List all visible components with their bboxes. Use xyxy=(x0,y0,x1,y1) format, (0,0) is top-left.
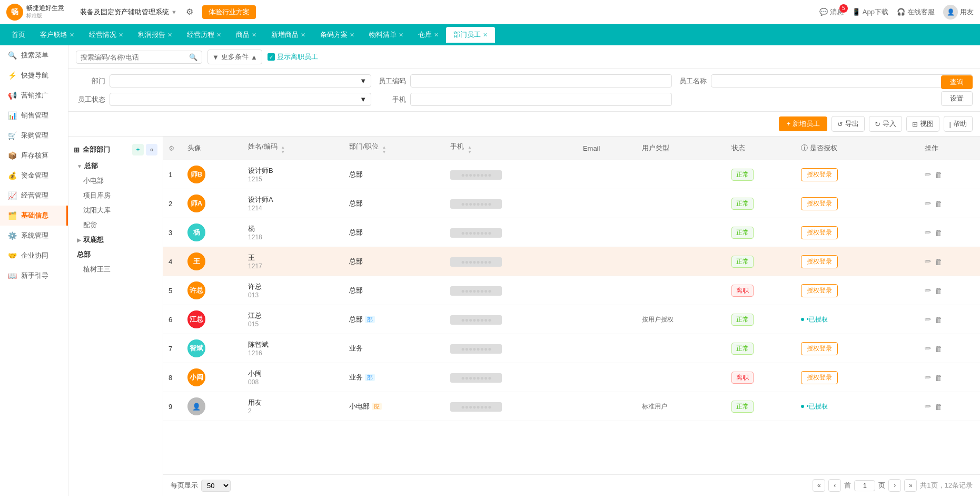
dept-tree-node[interactable]: 小电部 xyxy=(68,173,163,188)
nav-tab-close-icon[interactable]: ✕ xyxy=(216,32,221,38)
delete-icon[interactable]: 🗑 xyxy=(935,170,943,179)
page-size-select[interactable]: 50 100 xyxy=(201,480,231,492)
nav-tab-close-icon[interactable]: ✕ xyxy=(301,32,305,38)
delete-icon[interactable]: 🗑 xyxy=(935,402,943,411)
sidebar-item-企业协同[interactable]: 🤝企业协同 xyxy=(0,246,68,266)
name-sort-icon[interactable]: ▲ ▼ xyxy=(281,145,285,154)
emp-name-input[interactable] xyxy=(711,74,973,87)
search-icon[interactable]: 🔍 xyxy=(189,53,197,61)
app-download-button[interactable]: 📱 App下载 xyxy=(852,7,888,17)
nav-tab-close-icon[interactable]: ✕ xyxy=(434,32,439,38)
edit-icon[interactable]: ✏ xyxy=(925,170,932,179)
page-number-input[interactable] xyxy=(854,480,875,491)
delete-icon[interactable]: 🗑 xyxy=(935,315,943,324)
nav-tab[interactable]: 新增商品✕ xyxy=(264,27,313,43)
nav-tab-close-icon[interactable]: ✕ xyxy=(167,32,172,38)
th-dept-position[interactable]: 部门/职位 ▲ ▼ xyxy=(344,137,445,160)
nav-tab-close-icon[interactable]: ✕ xyxy=(118,32,123,38)
th-phone[interactable]: 手机 ▲ ▼ xyxy=(445,137,577,160)
sidebar-item-营销推广[interactable]: 📢营销推广 xyxy=(0,85,68,105)
system-title[interactable]: 装备及固定资产辅助管理系统 ▼ xyxy=(80,7,177,17)
dept-collapse-icon[interactable]: « xyxy=(146,144,157,155)
delete-icon[interactable]: 🗑 xyxy=(935,286,943,295)
nav-tab-close-icon[interactable]: ✕ xyxy=(252,32,256,38)
nav-tab-close-icon[interactable]: ✕ xyxy=(350,32,354,38)
emp-code-input[interactable] xyxy=(410,74,672,87)
dept-tree-node[interactable]: 植树王三 xyxy=(68,262,163,277)
delete-icon[interactable]: 🗑 xyxy=(935,228,943,237)
prev-page-button[interactable]: ‹ xyxy=(828,479,841,492)
nav-tab-close-icon[interactable]: ✕ xyxy=(399,32,403,38)
sidebar-item-基础信息[interactable]: 🗂️基础信息 xyxy=(0,206,68,226)
auth-button[interactable]: 授权登录 xyxy=(801,284,838,297)
nav-tab[interactable]: 物料清单✕ xyxy=(362,27,411,43)
more-button[interactable]: | 帮助 xyxy=(944,116,973,132)
filter-more-button[interactable]: ▼ 更多条件 ▲ xyxy=(207,50,262,64)
edit-icon[interactable]: ✏ xyxy=(925,402,932,411)
auth-button[interactable]: 授权登录 xyxy=(801,197,838,210)
nav-tab[interactable]: 部门员工✕ xyxy=(446,27,495,43)
next-page-button[interactable]: › xyxy=(888,479,901,492)
view-button[interactable]: ⊞ 视图 xyxy=(906,116,939,132)
edit-icon[interactable]: ✏ xyxy=(925,286,932,295)
edit-icon[interactable]: ✏ xyxy=(925,228,932,237)
dept-tree-node[interactable]: 配货 xyxy=(68,218,163,232)
phone-sort-icon[interactable]: ▲ ▼ xyxy=(468,145,472,154)
th-gear[interactable]: ⚙ xyxy=(163,137,182,160)
dept-tree-node[interactable]: ▼总部 xyxy=(68,159,163,173)
nav-tab[interactable]: 经营情况✕ xyxy=(82,27,131,43)
dept-tree-node[interactable]: 沈阳大库 xyxy=(68,203,163,218)
emp-status-select[interactable]: ▼ xyxy=(110,93,371,106)
edit-icon[interactable]: ✏ xyxy=(925,315,932,324)
import-button[interactable]: ↻ 导入 xyxy=(869,116,902,132)
delete-icon[interactable]: 🗑 xyxy=(935,344,943,353)
nav-tab-close-icon[interactable]: ✕ xyxy=(70,32,74,38)
auth-button[interactable]: 授权登录 xyxy=(801,342,838,355)
dept-tree-node[interactable]: ▶双鹿想 xyxy=(68,232,163,247)
trial-button[interactable]: 体验行业方案 xyxy=(202,5,256,19)
dept-tree-node[interactable]: 项目库房 xyxy=(68,188,163,203)
search-input[interactable] xyxy=(81,53,186,61)
nav-tab[interactable]: 仓库✕ xyxy=(411,27,446,43)
nav-tab[interactable]: 客户联络✕ xyxy=(33,27,82,43)
online-service-button[interactable]: 🎧 在线客服 xyxy=(897,7,935,17)
nav-tab[interactable]: 首页 xyxy=(4,27,33,43)
sidebar-item-销售管理[interactable]: 📊销售管理 xyxy=(0,105,68,125)
sidebar-item-新手引导[interactable]: 📖新手引导 xyxy=(0,266,68,286)
th-name-code[interactable]: 姓名/编码 ▲ ▼ xyxy=(243,137,344,160)
nav-tab[interactable]: 条码方案✕ xyxy=(313,27,362,43)
dept-tree-node[interactable]: 总部 xyxy=(68,247,163,262)
delete-icon[interactable]: 🗑 xyxy=(935,257,943,266)
last-page-button[interactable]: » xyxy=(904,479,917,492)
sidebar-item-经营管理[interactable]: 📈经营管理 xyxy=(0,186,68,206)
nav-tab-close-icon[interactable]: ✕ xyxy=(483,32,488,38)
dept-sort-icon[interactable]: ▲ ▼ xyxy=(382,145,387,154)
phone-input[interactable] xyxy=(410,93,672,106)
edit-icon[interactable]: ✏ xyxy=(925,373,932,382)
search-input-wrap[interactable]: 🔍 xyxy=(76,51,202,64)
auth-button[interactable]: 授权登录 xyxy=(801,371,838,384)
export-button[interactable]: ↺ 导出 xyxy=(831,116,865,132)
auth-button[interactable]: 授权登录 xyxy=(801,226,838,239)
edit-icon[interactable]: ✏ xyxy=(925,257,932,266)
reset-button[interactable]: 设置 xyxy=(941,91,973,106)
sidebar-item-系统管理[interactable]: ⚙️系统管理 xyxy=(0,226,68,246)
nav-tab[interactable]: 利润报告✕ xyxy=(131,27,180,43)
auth-button[interactable]: 授权登录 xyxy=(801,168,838,181)
message-button[interactable]: 💬 消息 5 xyxy=(819,7,844,17)
user-menu[interactable]: 👤 用友 xyxy=(943,5,974,20)
sidebar-item-搜索菜单[interactable]: 🔍搜索菜单 xyxy=(0,45,68,65)
dept-add-icon[interactable]: + xyxy=(132,144,144,155)
dept-select[interactable]: ▼ xyxy=(110,74,371,87)
edit-icon[interactable]: ✏ xyxy=(925,199,932,208)
search-button[interactable]: 查询 xyxy=(941,75,973,89)
auth-button[interactable]: 授权登录 xyxy=(801,255,838,268)
edit-icon[interactable]: ✏ xyxy=(925,344,932,353)
sidebar-item-采购管理[interactable]: 🛒采购管理 xyxy=(0,125,68,145)
gear-icon[interactable]: ⚙ xyxy=(182,5,197,20)
delete-icon[interactable]: 🗑 xyxy=(935,199,943,208)
delete-icon[interactable]: 🗑 xyxy=(935,373,943,382)
sidebar-item-库存核算[interactable]: 📦库存核算 xyxy=(0,145,68,166)
sidebar-item-快捷导航[interactable]: ⚡快捷导航 xyxy=(0,65,68,85)
show-resigned-checkbox[interactable]: ✓ 显示离职员工 xyxy=(268,52,318,62)
